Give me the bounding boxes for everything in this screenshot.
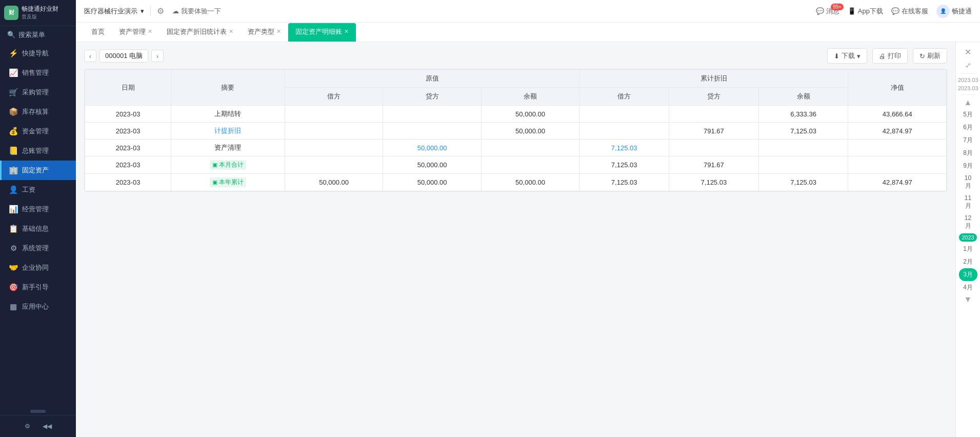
message-icon: 💬 [816, 7, 824, 15]
sidebar-item-fixed-assets[interactable]: 🏢 固定资产 [0, 161, 76, 180]
sidebar-item-enterprise[interactable]: 🤝 企业协同 [0, 258, 76, 277]
cell-net-value: 43,666.64 [848, 106, 947, 123]
tab-depreciation-stat-close[interactable]: ✕ [229, 28, 233, 35]
company-selector[interactable]: 医疗器械行业演示 ▾ [84, 7, 144, 16]
data-table: 日期 摘要 原值 累计折旧 净值 借方 贷方 余额 借方 贷方 余额 [85, 69, 947, 191]
cell-yz-balance: 50,000.00 [481, 174, 579, 191]
tab-asset-type[interactable]: 资产类型 ✕ [241, 23, 288, 42]
sidebar-item-basic-info[interactable]: 📋 基础信息 [0, 219, 76, 239]
experience-button[interactable]: ☁ 我要体验一下 [172, 7, 221, 16]
cell-summary: 上期结转 [171, 106, 285, 123]
month-3-active[interactable]: 3月 [959, 268, 977, 281]
sidebar-bottom: ⚙ ◀◀ [0, 415, 76, 437]
sidebar-item-operations[interactable]: 📊 经营管理 [0, 200, 76, 219]
sidebar: 财 畅捷通好业财 普及版 🔍 搜索菜单 ⚡ 快捷导航 📈 销售管理 🛒 采购管理… [0, 0, 76, 437]
user-menu[interactable]: 👤 畅捷通 [936, 5, 972, 18]
col-yuanzhi-debit: 借方 [285, 88, 383, 106]
month-2[interactable]: 2月 [959, 255, 977, 268]
company-dropdown-icon: ▾ [141, 7, 144, 15]
print-icon: 🖨 [879, 52, 886, 60]
month-5[interactable]: 5月 [959, 108, 977, 121]
topbar-right: 💬 消息 99+ 📱 App下载 💬 在线客服 👤 畅捷通 [816, 5, 972, 18]
panel-close-button[interactable]: ✕ [963, 45, 973, 59]
prev-asset-button[interactable]: ‹ [84, 50, 96, 62]
tab-home[interactable]: 首页 [84, 23, 112, 42]
app-download-button[interactable]: 📱 App下载 [848, 7, 883, 16]
sidebar-item-funds[interactable]: 💰 资金管理 [0, 122, 76, 141]
cell-lj-balance [758, 140, 848, 156]
tab-depreciation-stat[interactable]: 固定资产折旧统计表 ✕ [159, 23, 241, 42]
month-7[interactable]: 7月 [959, 134, 977, 147]
panel-scroll-down[interactable]: ▼ [963, 294, 973, 305]
sidebar-scroll: 🔍 搜索菜单 ⚡ 快捷导航 📈 销售管理 🛒 采购管理 📦 库存核算 💰 资金管… [0, 26, 76, 408]
table-row: 2023-03 ▣ 本年累计 50,000.00 50,000.00 50,00… [85, 174, 947, 191]
month-4[interactable]: 4月 [959, 281, 977, 294]
cell-lj-balance [758, 156, 848, 174]
cell-lj-credit [669, 106, 759, 123]
month-12[interactable]: 12月 [959, 212, 977, 232]
month-1[interactable]: 1月 [959, 243, 977, 255]
panel-divider [961, 73, 976, 74]
month-11[interactable]: 11月 [959, 192, 977, 212]
purchase-icon: 🛒 [9, 88, 18, 97]
col-leijizheju: 累计折旧 [579, 70, 848, 88]
settings-icon[interactable]: ⚙ [157, 6, 164, 16]
cell-lj-debit [579, 106, 669, 123]
month-8[interactable]: 8月 [959, 147, 977, 160]
cell-summary: 计提折旧 [171, 123, 285, 140]
content-main: ‹ 000001 电脑 › ⬇ 下载 ▾ 🖨 打印 [76, 42, 955, 437]
month-10[interactable]: 10月 [959, 172, 977, 192]
col-date: 日期 [85, 70, 171, 106]
panel-scroll-up[interactable]: ▲ [963, 97, 973, 108]
tab-asset-detail[interactable]: 固定资产明细账 ✕ [288, 23, 356, 42]
col-leiji-debit: 借方 [579, 88, 669, 106]
cell-lj-credit: 791.67 [669, 123, 759, 140]
tab-asset-type-close[interactable]: ✕ [276, 28, 281, 35]
refresh-icon: ↻ [919, 52, 925, 60]
cell-lj-balance: 7,125.03 [758, 174, 848, 191]
table-row: 2023-03 ▣ 本月合计 50,000.00 7,125.03 [85, 156, 947, 174]
cell-yz-debit [285, 123, 383, 140]
collapse-button[interactable]: ◀◀ [37, 420, 57, 433]
next-asset-button[interactable]: › [151, 50, 164, 62]
col-yuanzhi-credit: 贷方 [383, 88, 481, 106]
asset-detail-table: 日期 摘要 原值 累计折旧 净值 借方 贷方 余额 借方 贷方 余额 [84, 69, 947, 192]
cell-lj-debit: 7,125.03 [579, 156, 669, 174]
print-button[interactable]: 🖨 打印 [872, 48, 908, 64]
tab-asset-mgmt-close[interactable]: ✕ [148, 28, 152, 35]
tab-asset-mgmt[interactable]: 资产管理 ✕ [112, 23, 159, 42]
sidebar-item-system[interactable]: ⚙ 系统管理 [0, 239, 76, 258]
sidebar-item-search[interactable]: 🔍 搜索菜单 [0, 26, 76, 44]
sidebar-item-salary[interactable]: 👤 工资 [0, 180, 76, 200]
sidebar-item-inventory[interactable]: 📦 库存核算 [0, 102, 76, 122]
panel-expand-button[interactable]: ⤢ [963, 59, 973, 71]
tab-asset-detail-close[interactable]: ✕ [344, 28, 349, 35]
cell-lj-debit [579, 123, 669, 140]
content-toolbar: ‹ 000001 电脑 › ⬇ 下载 ▾ 🖨 打印 [84, 48, 947, 64]
sidebar-item-purchase[interactable]: 🛒 采购管理 [0, 83, 76, 102]
cell-yz-credit: 50,000.00 [383, 140, 481, 156]
sidebar-item-ledger[interactable]: 📒 总账管理 [0, 141, 76, 161]
col-yuanzhi-balance: 余额 [481, 88, 579, 106]
sidebar-item-sales[interactable]: 📈 销售管理 [0, 63, 76, 83]
sidebar-item-app-center[interactable]: ▦ 应用中心 [0, 297, 76, 316]
cell-yz-credit [383, 123, 481, 140]
cell-lj-credit: 791.67 [669, 156, 759, 174]
cell-yz-debit: 50,000.00 [285, 174, 383, 191]
message-badge: 99+ [831, 4, 844, 10]
sidebar-item-quicknav[interactable]: ⚡ 快捷导航 [0, 44, 76, 63]
message-button[interactable]: 💬 消息 99+ [816, 7, 839, 16]
month-6[interactable]: 6月 [959, 121, 977, 134]
month-9[interactable]: 9月 [959, 160, 977, 172]
cell-net-value [848, 156, 947, 174]
download-button[interactable]: ⬇ 下载 ▾ [827, 48, 867, 64]
cell-yz-balance [481, 140, 579, 156]
sidebar-item-guide[interactable]: 🎯 新手引导 [0, 277, 76, 297]
online-service-button[interactable]: 💬 在线客服 [891, 7, 928, 16]
tabs-bar: 首页 资产管理 ✕ 固定资产折旧统计表 ✕ 资产类型 ✕ 固定资产明细账 ✕ [76, 23, 980, 42]
settings-button[interactable]: ⚙ [19, 420, 35, 433]
cell-net-value [848, 140, 947, 156]
year-tag-icon: ▣ [212, 179, 217, 186]
year-badge[interactable]: 2023 [959, 233, 976, 242]
refresh-button[interactable]: ↻ 刷新 [913, 48, 947, 64]
